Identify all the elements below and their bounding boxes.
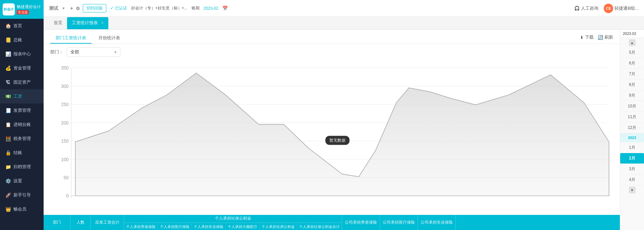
- svg-text:200: 200: [61, 120, 69, 125]
- date-item-oct[interactable]: 10月: [620, 101, 644, 112]
- sidebar-label-invoice: 发票管理: [13, 107, 31, 113]
- sidebar-item-invoice[interactable]: 🧾 发票管理: [0, 103, 44, 118]
- logo-icon: 好会计: [3, 3, 15, 15]
- inner-content: 部门工资统计表 月份统计表 ⬇ 下载 🔄 刷新: [44, 30, 644, 230]
- sidebar-label-funds: 资金管理: [13, 65, 31, 71]
- sidebar-label-ledger: 总账: [13, 37, 22, 43]
- group-header-individual: 个人承担社保公积金: [124, 215, 342, 223]
- period-value: 2023-02: [204, 6, 218, 11]
- sub-col-unemployment: 个人承担失业保险: [192, 223, 226, 230]
- sub-tab-monthly[interactable]: 月份统计表: [93, 33, 125, 44]
- date-year-2023: 2023: [620, 133, 644, 142]
- date-item-aug[interactable]: 8月: [620, 80, 644, 90]
- chart-area: 350 300 250 200 150 100 50 0: [44, 60, 620, 215]
- sidebar-label-assets: 固定资产: [13, 79, 31, 85]
- customer-service-btn[interactable]: 🎧 人工咨询: [574, 5, 598, 11]
- purchase-sales-icon: 📋: [5, 122, 11, 127]
- col-total-wage: 应发工资合计: [91, 215, 124, 230]
- add-icon[interactable]: +: [70, 5, 73, 11]
- sub-col-medical: 个人承担医疗保险: [158, 223, 192, 230]
- calendar-icon[interactable]: 📅: [222, 6, 228, 11]
- toolbar-left: 部门： 全部 ▾: [50, 47, 120, 57]
- refresh-icon: 🔄: [598, 35, 603, 40]
- sidebar-item-home[interactable]: 🏠 首页: [0, 19, 44, 33]
- sidebar-item-funds[interactable]: 💰 资金管理: [0, 61, 44, 75]
- date-item-jul[interactable]: 7月: [620, 69, 644, 80]
- date-item-dec[interactable]: 12月: [620, 123, 644, 133]
- assets-icon: 🏗: [5, 80, 11, 85]
- ledger-icon: 📒: [5, 37, 11, 43]
- settings-gear-icon[interactable]: ⚙: [76, 6, 80, 11]
- sidebar-label-purchase-sales: 进销台账: [13, 122, 31, 128]
- date-item-may[interactable]: 5月: [620, 47, 644, 58]
- main-content: 测试 ▾ + ⚙ 切到旧版 ✓ 已认证 好会计（专）+好生意（标）+... 账期…: [44, 0, 644, 230]
- date-item-feb[interactable]: 2月: [620, 153, 644, 164]
- date-item-apr[interactable]: 4月: [620, 175, 644, 185]
- company-name: 测试: [49, 5, 58, 11]
- home-icon: 🏠: [5, 23, 11, 29]
- topbar: 测试 ▾ + ⚙ 切到旧版 ✓ 已认证 好会计（专）+好生意（标）+... 账期…: [44, 0, 644, 17]
- sidebar-label-member: 畅会员: [13, 206, 26, 212]
- date-item-jun[interactable]: 6月: [620, 58, 644, 69]
- svg-text:250: 250: [61, 102, 69, 107]
- sub-col-housing-fund: 个人承担住房公积金: [260, 223, 297, 230]
- sidebar-item-tax[interactable]: 🧮 税务管理: [0, 132, 44, 146]
- sidebar-item-archive[interactable]: 📁 归档管理: [0, 160, 44, 174]
- svg-text:300: 300: [61, 83, 69, 89]
- svg-text:50: 50: [63, 175, 68, 180]
- date-item-nov[interactable]: 11月: [620, 112, 644, 123]
- sidebar-item-member[interactable]: 👑 畅会员: [0, 202, 44, 216]
- reports-icon: 📊: [5, 51, 11, 57]
- sidebar-item-newbie[interactable]: 🚀 新手引导: [0, 188, 44, 202]
- sidebar-item-assets[interactable]: 🏗 固定资产: [0, 75, 44, 89]
- sidebar-item-purchase-sales[interactable]: 📋 进销台账: [0, 118, 44, 132]
- col-group-individual: 个人承担社保公积金 个人承担养老保险 个人承担医疗保险 个人承担失业保险: [124, 215, 342, 230]
- archive-icon: 📁: [5, 164, 11, 170]
- sub-tabs: 部门工资统计表 月份统计表 ⬇ 下载 🔄 刷新: [44, 30, 620, 44]
- download-icon: ⬇: [580, 35, 584, 40]
- tags-status: 好会计（专）+好生意（标）+...: [131, 5, 187, 11]
- date-down-button[interactable]: ▼: [629, 187, 636, 193]
- chart-tooltip: 暂无数据: [325, 136, 350, 145]
- user-profile[interactable]: CE 轻捷通B组...: [604, 4, 639, 13]
- date-item-sep[interactable]: 9月: [620, 90, 644, 101]
- dept-select[interactable]: 全部 ▾: [67, 47, 120, 57]
- date-panel: 2023.02 ▲ 5月 6月 7月 8月 9月 10月 11月 12月 202…: [620, 30, 644, 230]
- sidebar-item-ledger[interactable]: 📒 总账: [0, 33, 44, 47]
- sidebar-label-archive: 归档管理: [13, 164, 31, 170]
- sidebar-item-reports[interactable]: 📊 报表中心: [0, 47, 44, 61]
- tab-salary-report[interactable]: 工资统计报表 ×: [67, 17, 108, 29]
- company-dropdown-arrow[interactable]: ▾: [62, 6, 65, 11]
- tabbar: 首页 工资统计报表 ×: [44, 17, 644, 30]
- sidebar-item-close[interactable]: 🔒 结账: [0, 146, 44, 160]
- sub-tab-dept[interactable]: 部门工资统计表: [50, 33, 92, 44]
- sidebar-nav: 🏠 首页 📒 总账 📊 报表中心 💰 资金管理 🏗 固定资产 💵 工资 🧾 发票…: [0, 19, 44, 230]
- sidebar-item-settings[interactable]: ⚙️ 设置: [0, 174, 44, 188]
- col-headcount: 人数: [70, 215, 91, 230]
- sidebar-item-salary[interactable]: 💵 工资: [0, 89, 44, 103]
- tab-home[interactable]: 首页: [49, 17, 67, 29]
- svg-marker-17: [75, 73, 609, 196]
- member-icon: 👑: [5, 206, 11, 212]
- app-logo: 好会计 畅捷通好会计 专业版: [0, 0, 44, 19]
- date-item-jan[interactable]: 1月: [620, 142, 644, 153]
- chart-container: 350 300 250 200 150 100 50 0: [50, 63, 613, 212]
- period-label: 账期: [192, 5, 200, 11]
- avatar: CE: [604, 4, 613, 13]
- date-item-mar[interactable]: 3月: [620, 164, 644, 175]
- close-books-icon: 🔒: [5, 150, 11, 155]
- tab-close-icon[interactable]: ×: [101, 20, 104, 25]
- topbar-right: 🎧 人工咨询 CE 轻捷通B组...: [574, 4, 639, 13]
- refresh-button[interactable]: 🔄 刷新: [598, 34, 613, 40]
- newbie-icon: 🚀: [5, 192, 11, 198]
- switch-old-version-button[interactable]: 切到旧版: [83, 4, 106, 12]
- toolbar: 部门： 全部 ▾: [44, 44, 620, 60]
- date-up-button[interactable]: ▲: [629, 39, 636, 46]
- sidebar-label-settings: 设置: [13, 178, 22, 184]
- download-button[interactable]: ⬇ 下载: [580, 34, 594, 40]
- certified-status: ✓ 已认证: [110, 5, 127, 11]
- invoice-icon: 🧾: [5, 108, 11, 113]
- sidebar-label-close: 结账: [13, 150, 22, 156]
- col-dept: 部门: [44, 215, 70, 230]
- sub-col-major-medical: 个人承担大额医疗: [226, 223, 260, 230]
